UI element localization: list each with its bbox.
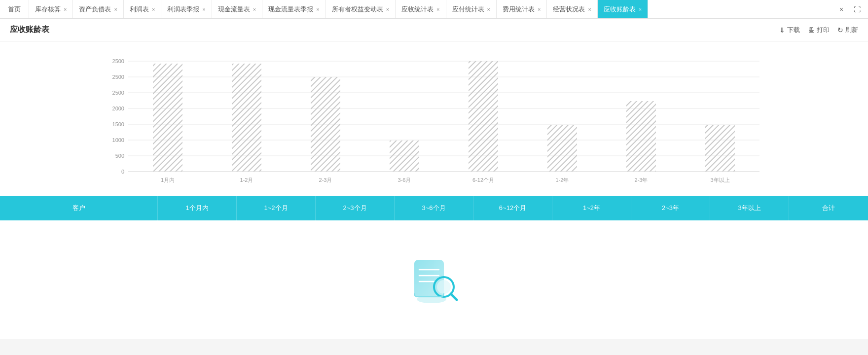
tab-profit-close[interactable]: × bbox=[152, 6, 155, 12]
bar-6-12个月 bbox=[469, 61, 498, 172]
tab-balance-sheet[interactable]: 资产负债表 × bbox=[73, 0, 123, 19]
tab-cashflow-quarterly-close[interactable]: × bbox=[316, 6, 319, 12]
table-header: 客户 1个月内 1~2个月 2~3个月 3~6个月 6~12个月 1~2年 2~… bbox=[0, 196, 868, 220]
tab-inventory-label: 库存核算 bbox=[35, 5, 61, 14]
maximize-window-button[interactable]: ⛶ bbox=[850, 2, 864, 16]
col-1-2year: 1~2年 bbox=[552, 196, 631, 220]
svg-text:2500: 2500 bbox=[112, 58, 124, 64]
tab-balance-sheet-close[interactable]: × bbox=[114, 6, 117, 12]
svg-point-33 bbox=[437, 280, 451, 294]
col-3year-plus: 3年以上 bbox=[710, 196, 789, 220]
tab-cashflow-label: 现金流量表 bbox=[218, 5, 250, 14]
tab-bar: 首页 库存核算 × 资产负债表 × 利润表 × 利润表季报 × 现金流量表 × … bbox=[0, 0, 868, 19]
refresh-label: 刷新 bbox=[845, 26, 858, 35]
print-button[interactable]: 🖶 打印 bbox=[808, 26, 830, 35]
tab-equity-close[interactable]: × bbox=[386, 6, 389, 12]
tab-equity-label: 所有者权益变动表 bbox=[332, 5, 383, 14]
tab-ar-aging[interactable]: 应收账龄表 × bbox=[598, 0, 648, 19]
tab-cashflow-quarterly[interactable]: 现金流量表季报 × bbox=[262, 0, 326, 19]
tab-ar-stats-close[interactable]: × bbox=[436, 6, 439, 12]
tab-ap-stats[interactable]: 应付统计表 × bbox=[446, 0, 497, 19]
svg-text:3年以上: 3年以上 bbox=[710, 177, 729, 183]
bar-2-3月 bbox=[311, 77, 340, 172]
tab-ar-aging-label: 应收账龄表 bbox=[604, 5, 636, 14]
maximize-icon: ⛶ bbox=[854, 5, 861, 13]
page-title: 应收账龄表 bbox=[10, 25, 49, 35]
tab-business-status-label: 经营状况表 bbox=[553, 5, 585, 14]
col-total: 合计 bbox=[789, 196, 868, 220]
svg-text:1-2月: 1-2月 bbox=[240, 177, 253, 183]
tab-business-status[interactable]: 经营状况表 × bbox=[547, 0, 597, 19]
print-label: 打印 bbox=[817, 26, 830, 35]
tab-home-label: 首页 bbox=[8, 5, 21, 14]
svg-text:1月内: 1月内 bbox=[161, 177, 175, 183]
tab-ar-stats[interactable]: 应收统计表 × bbox=[396, 0, 446, 19]
main-content: 2500 2500 2500 2000 1500 1000 500 0 1月内 … bbox=[0, 41, 868, 339]
col-1month: 1个月内 bbox=[158, 196, 237, 220]
svg-text:6-12个月: 6-12个月 bbox=[472, 177, 494, 183]
bar-1-2年 bbox=[547, 125, 577, 172]
tab-cashflow[interactable]: 现金流量表 × bbox=[212, 0, 262, 19]
tab-inventory[interactable]: 库存核算 × bbox=[29, 0, 73, 19]
empty-state-icon bbox=[404, 250, 464, 309]
svg-text:0: 0 bbox=[121, 169, 124, 175]
header-actions: ⇓ 下载 🖶 打印 ↻ 刷新 bbox=[779, 26, 858, 35]
tab-profit-quarterly-close[interactable]: × bbox=[202, 6, 205, 12]
tab-inventory-close[interactable]: × bbox=[64, 6, 67, 12]
close-icon: × bbox=[839, 5, 843, 13]
col-2-3year: 2~3年 bbox=[631, 196, 710, 220]
empty-state bbox=[0, 220, 868, 339]
tab-balance-sheet-label: 资产负债表 bbox=[79, 5, 111, 14]
tab-ap-stats-close[interactable]: × bbox=[487, 6, 490, 12]
col-1-2month: 1~2个月 bbox=[237, 196, 316, 220]
tab-cashflow-quarterly-label: 现金流量表季报 bbox=[268, 5, 313, 14]
close-window-button[interactable]: × bbox=[834, 2, 848, 16]
tab-profit-label: 利润表 bbox=[130, 5, 149, 14]
svg-line-34 bbox=[451, 294, 457, 300]
col-customer: 客户 bbox=[0, 196, 158, 220]
svg-text:3-6月: 3-6月 bbox=[398, 177, 411, 183]
chart-area: 2500 2500 2500 2000 1500 1000 500 0 1月内 … bbox=[0, 41, 868, 196]
tab-profit-quarterly[interactable]: 利润表季报 × bbox=[161, 0, 212, 19]
bar-3年以上 bbox=[705, 125, 735, 172]
tab-bar-actions: × ⛶ bbox=[834, 2, 868, 16]
svg-text:2500: 2500 bbox=[112, 74, 124, 80]
tab-profit-quarterly-label: 利润表季报 bbox=[167, 5, 199, 14]
bar-1-2月 bbox=[232, 64, 261, 172]
svg-text:500: 500 bbox=[115, 153, 124, 159]
tab-expense-stats-label: 费用统计表 bbox=[503, 5, 535, 14]
tab-ar-stats-label: 应收统计表 bbox=[401, 5, 434, 14]
refresh-button[interactable]: ↻ 刷新 bbox=[837, 26, 858, 35]
svg-text:2500: 2500 bbox=[112, 90, 124, 96]
tab-expense-stats[interactable]: 费用统计表 × bbox=[497, 0, 547, 19]
svg-text:2-3月: 2-3月 bbox=[319, 177, 332, 183]
print-icon: 🖶 bbox=[808, 26, 815, 34]
svg-text:1000: 1000 bbox=[112, 137, 124, 143]
download-button[interactable]: ⇓ 下载 bbox=[779, 26, 800, 35]
bar-1月内 bbox=[153, 64, 182, 172]
tab-expense-stats-close[interactable]: × bbox=[538, 6, 541, 12]
col-3-6month: 3~6个月 bbox=[395, 196, 473, 220]
tab-business-status-close[interactable]: × bbox=[588, 6, 591, 12]
download-label: 下载 bbox=[787, 26, 800, 35]
tab-profit[interactable]: 利润表 × bbox=[124, 0, 161, 19]
bar-2-3年 bbox=[626, 101, 656, 172]
bar-3-6月 bbox=[390, 141, 419, 172]
tab-home[interactable]: 首页 bbox=[0, 0, 29, 19]
svg-text:1500: 1500 bbox=[112, 121, 124, 127]
refresh-icon: ↻ bbox=[837, 26, 843, 34]
svg-text:2-3年: 2-3年 bbox=[635, 177, 648, 183]
page-header: 应收账龄表 ⇓ 下载 🖶 打印 ↻ 刷新 bbox=[0, 19, 868, 41]
col-2-3month: 2~3个月 bbox=[316, 196, 395, 220]
col-6-12month: 6~12个月 bbox=[473, 196, 552, 220]
tab-equity[interactable]: 所有者权益变动表 × bbox=[326, 0, 396, 19]
tab-cashflow-close[interactable]: × bbox=[253, 6, 256, 12]
download-icon: ⇓ bbox=[779, 26, 785, 34]
tab-ap-stats-label: 应付统计表 bbox=[452, 5, 484, 14]
bar-chart: 2500 2500 2500 2000 1500 1000 500 0 1月内 … bbox=[15, 51, 853, 189]
tab-ar-aging-close[interactable]: × bbox=[639, 6, 642, 12]
svg-text:2000: 2000 bbox=[112, 106, 124, 111]
svg-text:1-2年: 1-2年 bbox=[556, 177, 569, 183]
